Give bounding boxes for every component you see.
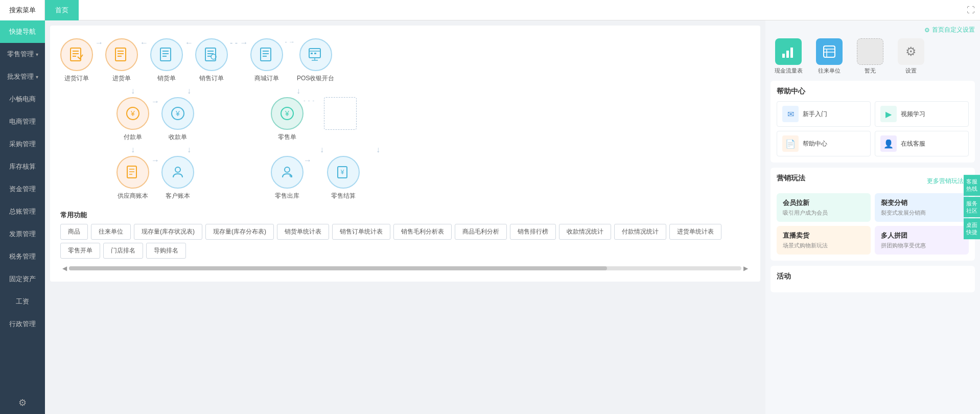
sidebar-item-salary[interactable]: 工资: [0, 290, 45, 313]
node-purchase-order[interactable]: 进货订单: [60, 38, 93, 83]
right-arrow-sup: →: [151, 156, 159, 176]
func-btn-receipt-stat[interactable]: 收款情况统计: [559, 224, 611, 240]
node-payment[interactable]: ¥ 付款单: [116, 97, 149, 142]
help-item-beginner[interactable]: ✉ 新手入门: [777, 101, 871, 127]
service-community-btn[interactable]: 服务社区: [964, 197, 980, 218]
node-retail[interactable]: ¥ 零售单: [271, 97, 304, 142]
func-btn-sales-order-stat[interactable]: 销售订单统计表: [332, 224, 390, 240]
node-retail-settle[interactable]: ¥ 零售结算: [327, 156, 360, 200]
search-menu-button[interactable]: 搜索菜单: [0, 0, 45, 20]
scrollbar-row: ◀ ▶: [60, 263, 750, 274]
sidebar-item-admin[interactable]: 行政管理: [0, 313, 45, 335]
right-arrow-pay: →: [151, 97, 159, 118]
down-arrow-sales: ↓: [187, 87, 191, 95]
desktop-shortcut-btn[interactable]: 桌面快捷: [964, 218, 980, 239]
node-mall-order[interactable]: 商城订单: [250, 38, 283, 83]
sales-bill-icon: [150, 38, 183, 71]
cash-flow-label: 现金流量表: [775, 67, 803, 75]
supplier-account-icon: [116, 156, 149, 189]
help-item-help[interactable]: 📄 帮助中心: [777, 131, 871, 156]
fission-title: 裂变分销: [881, 198, 963, 208]
node-purchase-bill[interactable]: 进货单: [105, 38, 138, 83]
func-btn-sales-gross[interactable]: 销售毛利分析表: [393, 224, 452, 240]
func-btn-stock-dist[interactable]: 现存量(库存分布表): [205, 224, 274, 240]
sidebar-item-quicknav[interactable]: 快捷导航: [0, 20, 45, 43]
func-buttons-grid: 商品 往来单位 现存量(库存状况表) 现存量(库存分布表) 销货单统计表 销售订…: [60, 224, 750, 259]
activity-title: 活动: [777, 272, 969, 281]
sidebar-item-ledger[interactable]: 总账管理: [0, 200, 45, 223]
sidebar-item-xchang[interactable]: 小畅电商: [0, 88, 45, 110]
customer-account-icon: [161, 156, 194, 189]
contacts-icon: [816, 38, 843, 65]
marketing-fission[interactable]: 裂变分销 裂变式发展分销商: [875, 193, 969, 222]
func-btn-store-rank[interactable]: 门店排名: [103, 243, 143, 259]
video-label: 视频学习: [901, 110, 925, 119]
sidebar-item-purchase[interactable]: 采购管理: [0, 133, 45, 155]
marketing-member[interactable]: 会员拉新 吸引用户成为会员: [777, 193, 871, 222]
sales-bill-label: 销货单: [157, 74, 176, 83]
payment-label: 付款单: [124, 133, 142, 142]
func-btn-stock-status[interactable]: 现存量(库存状况表): [134, 224, 202, 240]
supplier-account-label: 供应商账本: [118, 192, 148, 200]
sidebar-item-wholesale[interactable]: 批发管理 ▾: [0, 65, 45, 88]
purchase-bill-label: 进货单: [112, 74, 131, 83]
scroll-right-button[interactable]: ▶: [741, 265, 750, 272]
func-btn-goods-gross[interactable]: 商品毛利分析: [455, 224, 507, 240]
mall-order-label: 商城订单: [254, 74, 279, 83]
sidebar-item-ecommerce[interactable]: 电商管理: [0, 110, 45, 133]
shortcuts-row: 现金流量表 往来单位 暂无 ⚙ 设置: [771, 38, 975, 75]
customize-header[interactable]: ⚙ 首页自定义设置: [771, 26, 975, 34]
svg-rect-45: [790, 48, 793, 58]
flow-diagram: 进货订单 → 进货单 ←: [60, 33, 750, 205]
fission-desc: 裂变式发展分销商: [881, 209, 963, 217]
node-sales-bill[interactable]: 销货单: [150, 38, 183, 83]
func-btn-purchase-stat[interactable]: 进货单统计表: [669, 224, 721, 240]
customer-service-btn[interactable]: 客服热线: [964, 175, 980, 196]
scroll-track[interactable]: [69, 266, 741, 270]
func-btn-sales-stat[interactable]: 销货单统计表: [277, 224, 329, 240]
node-customer-account[interactable]: 客户账本: [161, 156, 194, 200]
main-layout: 快捷导航 零售管理 ▾ 批发管理 ▾ 小畅电商 电商管理 采购管理 库存核算 资…: [0, 20, 980, 414]
sidebar-item-finance[interactable]: 资金管理: [0, 178, 45, 200]
beginner-icon: ✉: [782, 106, 799, 122]
sidebar-item-retail[interactable]: 零售管理 ▾: [0, 43, 45, 65]
marketing-live[interactable]: 直播卖货 场景式购物新玩法: [777, 226, 871, 255]
sidebar-item-tax[interactable]: 税务管理: [0, 245, 45, 268]
shortcut-contacts[interactable]: 往来单位: [811, 38, 847, 75]
shortcut-cash-flow[interactable]: 现金流量表: [771, 38, 806, 75]
func-btn-retail-order[interactable]: 零售开单: [60, 243, 100, 259]
func-btn-contacts[interactable]: 往来单位: [91, 224, 131, 240]
shortcut-settings[interactable]: ⚙ 设置: [893, 38, 929, 75]
node-sales-order[interactable]: 销售订单: [195, 38, 228, 83]
scroll-left-button[interactable]: ◀: [60, 265, 69, 272]
fullscreen-button[interactable]: ⛶: [967, 6, 975, 15]
marketing-group[interactable]: 多人拼团 拼团购物享受优惠: [875, 226, 969, 255]
member-desc: 吸引用户成为会员: [783, 209, 865, 217]
svg-rect-8: [160, 48, 171, 61]
sidebar-item-invoice[interactable]: 发票管理: [0, 223, 45, 245]
online-label: 在线客服: [901, 140, 925, 148]
marketing-more-btn[interactable]: 更多营销玩法 >: [927, 177, 969, 186]
help-item-video[interactable]: ▶ 视频学习: [875, 101, 969, 127]
func-btn-pay-stat[interactable]: 付款情况统计: [614, 224, 666, 240]
home-tab[interactable]: 首页: [45, 0, 79, 20]
member-title: 会员拉新: [783, 198, 865, 208]
video-icon: ▶: [880, 106, 897, 122]
func-btn-guide-rank[interactable]: 导购排名: [146, 243, 186, 259]
node-supplier-account[interactable]: 供应商账本: [116, 156, 149, 200]
left-arrow-1: ←: [140, 38, 148, 59]
node-retail-out[interactable]: 零售出库: [271, 156, 304, 200]
sidebar-item-inventory[interactable]: 库存核算: [0, 155, 45, 178]
func-btn-goods[interactable]: 商品: [60, 224, 88, 240]
help-item-online[interactable]: 👤 在线客服: [875, 131, 969, 156]
node-pos[interactable]: POS收银开台: [297, 38, 334, 83]
func-btn-sales-rank[interactable]: 销售排行榜: [510, 224, 556, 240]
sidebar: 快捷导航 零售管理 ▾ 批发管理 ▾ 小畅电商 电商管理 采购管理 库存核算 资…: [0, 20, 45, 414]
sidebar-item-assets[interactable]: 固定资产: [0, 268, 45, 290]
node-receipt[interactable]: ¥ 收款单: [161, 97, 194, 142]
right-panel: ⚙ 首页自定义设置 现金流量表 往来单位: [765, 20, 980, 414]
gear-icon: ⚙: [924, 27, 930, 34]
shortcut-none[interactable]: 暂无: [852, 38, 888, 75]
sidebar-settings-button[interactable]: ⚙: [0, 392, 45, 414]
svg-rect-17: [261, 48, 271, 61]
